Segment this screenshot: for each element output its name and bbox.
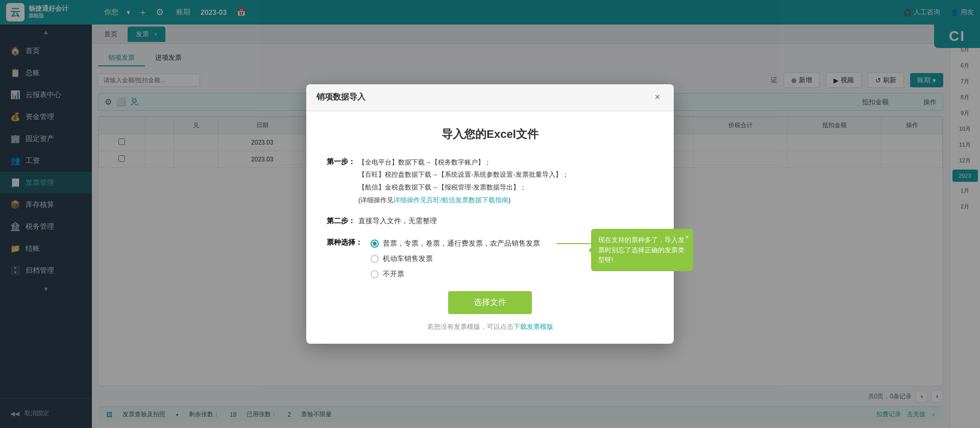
step1-label: 第一步： [327,157,355,167]
step1-link-suf: ) [508,196,510,204]
modal-main-title: 导入您的Excel文件 [327,127,653,142]
radio2[interactable] [371,255,379,263]
radio-item-1[interactable]: 普票，专票，卷票，通行费发票，农产品销售发票 [371,239,540,248]
step1-line1: 【全电平台】数据下载→【税务数字账户】； [358,156,569,169]
step1-link[interactable]: 详细操作见百旺/航信发票数据下载指南 [394,196,508,204]
radio-group: 普票，专票，卷票，通行费发票，农产品销售发票 × 现在支持的票种多了，导入发票时… [365,239,540,279]
step1-line2: 【百旺】税控盘数据下载→【系统设置-系统参数设置-发票批量导入】； [358,169,569,181]
radio1-label: 普票，专票，卷票，通行费发票，农产品销售发票 [383,239,540,248]
step2-label: 第二步： [327,217,355,226]
modal-overlay: 销项数据导入 × 导入您的Excel文件 第一步： 【全电平台】数据下载→【税务… [0,0,980,428]
modal: 销项数据导入 × 导入您的Excel文件 第一步： 【全电平台】数据下载→【税务… [306,84,674,344]
ticket-selection: 票种选择： 普票，专票，卷票，通行费发票，农产品销售发票 [327,236,653,279]
radio2-label: 机动车销售发票 [383,254,433,264]
modal-header: 销项数据导入 × [306,84,674,111]
radio3-label: 不开票 [383,270,404,279]
ticket-row: 票种选择： 普票，专票，卷票，通行费发票，农产品销售发票 [327,236,653,279]
radio-item-3[interactable]: 不开票 [371,270,540,279]
modal-footer-note: 若您没有发票模版，可以点击下载发票模版 [327,322,653,331]
download-template-link[interactable]: 下载发票模版 [513,323,553,330]
radio3[interactable] [371,270,379,278]
step2-row: 第二步： 直接导入文件，无需整理 [327,217,653,226]
footer-note-pre: 若您没有发票模版，可以点击 [427,323,513,330]
step1-block: 第一步： 【全电平台】数据下载→【税务数字账户】； 【百旺】税控盘数据下载→【系… [327,156,653,207]
ticket-label: 票种选择： [327,238,362,247]
radio1[interactable] [371,240,379,248]
step2-block: 第二步： 直接导入文件，无需整理 [327,217,653,226]
modal-title: 销项数据导入 [316,92,365,103]
tooltip-bubble: × 现在支持的票种多了，导入发票时别忘了选择正确的发票类型呀! [591,229,693,271]
step1-content: 【全电平台】数据下载→【税务数字账户】； 【百旺】税控盘数据下载→【系统设置-系… [358,156,569,207]
step1-line3: 【航信】金税盘数据下载→【报税管理-发票数据导出】； [358,181,569,194]
step1-link-pre: (详细操作见 [358,196,394,204]
step1-link-row: (详细操作见详细操作见百旺/航信发票数据下载指南) [358,194,569,207]
radio-item-2[interactable]: 机动车销售发票 [371,254,540,264]
tooltip-text: 现在支持的票种多了，导入发票时别忘了选择正确的发票类型呀! [598,236,684,264]
radio1-row: 普票，专票，卷票，通行费发票，农产品销售发票 × 现在支持的票种多了，导入发票时… [371,239,540,248]
select-file-button[interactable]: 选择文件 [448,291,532,314]
step1-row: 第一步： 【全电平台】数据下载→【税务数字账户】； 【百旺】税控盘数据下载→【系… [327,156,653,207]
modal-body: 导入您的Excel文件 第一步： 【全电平台】数据下载→【税务数字账户】； 【百… [306,111,674,344]
modal-close-btn[interactable]: × [651,91,664,104]
tooltip-close-btn[interactable]: × [685,232,689,243]
step2-content: 直接导入文件，无需整理 [358,217,437,226]
